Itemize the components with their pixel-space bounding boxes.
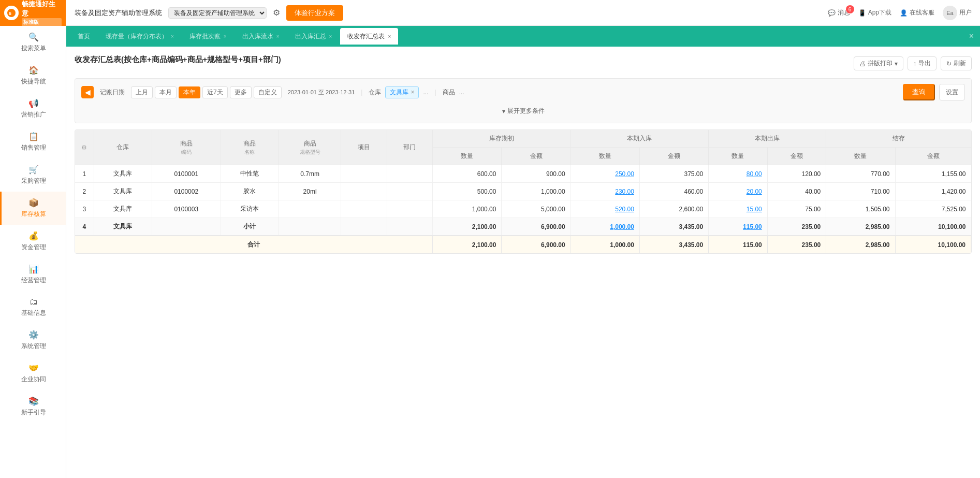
cell-in-qty[interactable]: 230.00 [571, 183, 639, 200]
th-out-qty: 数量 [709, 148, 768, 165]
footer-in-qty: 1,000.00 [571, 236, 639, 253]
tab-inout-summary[interactable]: 出入库汇总 × [288, 28, 340, 45]
date-btn-last-month[interactable]: 上月 [131, 86, 153, 98]
home-icon: 🏠 [28, 65, 39, 75]
th-goods-code: 商品编码 [152, 130, 221, 165]
tab-close-icon[interactable]: × [276, 34, 280, 39]
cell-out-qty[interactable]: 20.00 [709, 183, 768, 200]
app-name: 畅捷通好生意 [22, 0, 62, 18]
system-title: 装备及固定资产辅助管理系统 [75, 8, 162, 18]
table-header-group: ⚙ 仓库 商品编码 商品名称 商品规格型号 项目 部门 库存期初 本期入库 本期… [75, 130, 971, 148]
sidebar-item-marketing[interactable]: 📢 营销推广 [0, 92, 66, 125]
cell-warehouse: 文具库 [94, 200, 152, 218]
user-menu[interactable]: Ea 用户 [943, 6, 972, 20]
sidebar-item-system[interactable]: ⚙️ 系统管理 [0, 324, 66, 357]
sidebar-item-sales[interactable]: 📋 销售管理 [0, 125, 66, 158]
page-content: 收发存汇总表(按仓库+商品编码+商品+规格型号+项目+部门) 🖨 拼版打印 ▾ … [66, 47, 980, 478]
tab-home[interactable]: 首页 [70, 28, 97, 45]
tab-inventory-dist[interactable]: 现存量（库存分布表） × [98, 28, 181, 45]
gear-icon[interactable]: ⚙ [273, 8, 280, 18]
cell-out-qty[interactable]: 115.00 [709, 218, 768, 236]
finance-icon: 💰 [28, 231, 39, 241]
th-settings: ⚙ [75, 130, 94, 165]
refresh-btn[interactable]: ↻ 刷新 [941, 56, 972, 70]
sidebar-item-finance[interactable]: 💰 资金管理 [0, 225, 66, 258]
column-settings-icon[interactable]: ⚙ [81, 144, 87, 151]
export-btn[interactable]: ↑ 导出 [908, 56, 937, 70]
warehouse-tag: 文具库 × [385, 86, 419, 98]
sidebar-item-inventory[interactable]: 📦 库存核算 [0, 192, 66, 225]
sidebar-item-label: 采购管理 [21, 177, 46, 185]
filter-collapse-btn[interactable]: ◀ [81, 86, 94, 98]
cell-out-qty[interactable]: 15.00 [709, 200, 768, 218]
cell-opening-qty: 500.00 [433, 183, 502, 200]
app-download-label: App下载 [868, 8, 891, 17]
online-service-btn[interactable]: 👤 在线客服 [900, 8, 934, 17]
search-icon: 🔍 [28, 32, 39, 42]
sidebar-item-enterprise[interactable]: 🤝 企业协同 [0, 357, 66, 390]
footer-opening-amount: 6,900.00 [502, 236, 571, 253]
settings-btn[interactable]: 设置 [939, 84, 965, 100]
experience-btn[interactable]: 体验行业方案 [286, 5, 343, 21]
cell-index: 3 [75, 200, 94, 218]
cart-icon: 🛒 [28, 165, 39, 175]
cell-department [387, 218, 433, 236]
system-dropdown[interactable]: 装备及固定资产辅助管理系统 [168, 7, 267, 19]
table-row: 1 文具库 0100001 中性笔 0.7mm 600.00 900.00 25… [75, 165, 971, 183]
guide-icon: 📚 [28, 396, 39, 406]
tab-batch-account[interactable]: 库存批次账 × [182, 28, 234, 45]
cell-goods-name: 中性笔 [221, 165, 279, 183]
cell-in-amount: 2,600.00 [639, 200, 708, 218]
tab-close-icon[interactable]: × [329, 34, 332, 39]
user-label: 用户 [959, 8, 972, 17]
tab-inout-flow[interactable]: 出入库流水 × [235, 28, 287, 45]
cell-in-amount: 3,435.00 [639, 218, 708, 236]
tab-close-icon[interactable]: × [388, 34, 391, 39]
app-download-btn[interactable]: 📱 App下载 [858, 8, 891, 17]
messages-btn[interactable]: 💬 消息 6 [828, 8, 850, 17]
sidebar-item-label: 基础信息 [21, 309, 46, 317]
warehouse-remove-btn[interactable]: × [411, 89, 414, 96]
footer-in-amount: 3,435.00 [639, 236, 708, 253]
cell-in-qty[interactable]: 250.00 [571, 165, 639, 183]
th-goods-name: 商品名称 [221, 130, 279, 165]
th-goods-spec: 商品规格型号 [279, 130, 341, 165]
sidebar-item-operations[interactable]: 📊 经营管理 [0, 258, 66, 291]
sidebar-item-label: 搜索菜单 [21, 44, 46, 53]
sidebar-item-search[interactable]: 🔍 搜索菜单 [0, 26, 66, 59]
date-btn-more[interactable]: 更多 [230, 86, 252, 98]
sidebar-item-purchase[interactable]: 🛒 采购管理 [0, 158, 66, 192]
sidebar-item-guide[interactable]: 📚 新手引导 [0, 390, 66, 423]
sidebar-item-basic-info[interactable]: 🗂 基础信息 [0, 291, 66, 324]
main-content: 装备及固定资产辅助管理系统 装备及固定资产辅助管理系统 ⚙ 体验行业方案 💬 消… [66, 0, 980, 478]
svg-text:6: 6 [9, 11, 11, 16]
date-btn-this-month[interactable]: 本月 [155, 86, 177, 98]
cell-balance-qty: 1,505.00 [826, 200, 895, 218]
tab-close-icon[interactable]: × [171, 34, 174, 39]
cell-opening-amount: 900.00 [502, 165, 571, 183]
date-btn-this-year[interactable]: 本年 [179, 86, 200, 98]
cell-goods-name: 胶水 [221, 183, 279, 200]
goods-more-btn[interactable]: ... [459, 89, 464, 96]
cell-department [387, 165, 433, 183]
sidebar-item-quick-nav[interactable]: 🏠 快捷导航 [0, 59, 66, 92]
print-btn[interactable]: 🖨 拼版打印 ▾ [854, 56, 903, 70]
tab-label: 现存量（库存分布表） [106, 32, 168, 41]
warehouse-more-btn[interactable]: ... [423, 89, 428, 96]
tabbar-close-btn[interactable]: × [967, 30, 976, 43]
date-btn-custom[interactable]: 自定义 [254, 86, 282, 98]
sidebar-item-label: 新手引导 [21, 408, 46, 417]
cell-in-qty[interactable]: 520.00 [571, 200, 639, 218]
tab-receive-summary[interactable]: 收发存汇总表 × [340, 28, 398, 45]
cell-out-qty[interactable]: 80.00 [709, 165, 768, 183]
footer-balance-amount: 10,100.00 [895, 236, 971, 253]
cell-in-qty[interactable]: 1,000.00 [571, 218, 639, 236]
message-icon: 💬 [828, 9, 836, 17]
query-btn[interactable]: 查询 [903, 84, 935, 100]
date-btn-7days[interactable]: 近7天 [202, 86, 228, 98]
cell-project [341, 200, 387, 218]
tab-close-icon[interactable]: × [224, 34, 227, 39]
expand-conditions-btn[interactable]: ▾ 展开更多条件 [498, 105, 549, 118]
date-group: 上月 本月 本年 近7天 更多 自定义 [131, 86, 282, 98]
page: 收发存汇总表(按仓库+商品编码+商品+规格型号+项目+部门) 🖨 拼版打印 ▾ … [66, 47, 980, 478]
